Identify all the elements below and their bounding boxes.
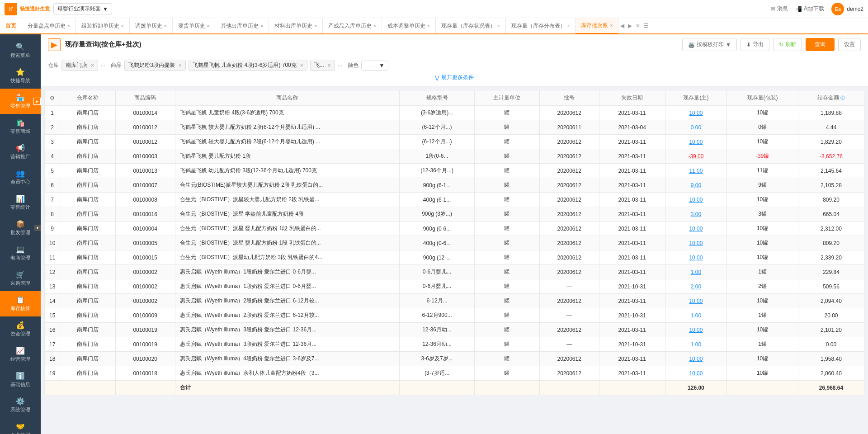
- sidebar-item-finance[interactable]: 💰 资金管理: [0, 316, 41, 342]
- query-btn[interactable]: 查询: [806, 38, 835, 51]
- tab-close-all[interactable]: ✕: [634, 23, 642, 29]
- row-qty-main[interactable]: 10.00: [665, 236, 727, 250]
- settings-btn[interactable]: 设置: [838, 38, 861, 51]
- row-no: 17: [45, 337, 60, 352]
- info-icon[interactable]: ⓘ: [840, 95, 845, 100]
- expand-filters-btn[interactable]: ⋁ 展开更多条件: [48, 74, 861, 81]
- sidebar-item-quick[interactable]: ⭐ 快捷导航: [0, 63, 41, 89]
- refresh-btn[interactable]: ↻ 刷新: [773, 38, 802, 51]
- sidebar-item-system[interactable]: ⚙️ 系统管理: [0, 392, 41, 418]
- row-qty-main[interactable]: 10.00: [665, 352, 727, 366]
- collapse-btn[interactable]: ▶: [48, 38, 61, 51]
- row-qty-main[interactable]: 3.00: [665, 207, 727, 222]
- close-icon[interactable]: ×: [121, 24, 124, 28]
- tab-1[interactable]: 分量盘点单历史 ×: [22, 18, 76, 34]
- tab-menu[interactable]: ☰: [642, 23, 651, 29]
- color-select[interactable]: ▼: [361, 61, 389, 71]
- row-qty-main[interactable]: 0.00: [665, 120, 727, 135]
- row-qty-main[interactable]: 1.00: [665, 265, 727, 279]
- sidebar-item-business[interactable]: 📈 经营管理: [0, 342, 41, 367]
- sidebar-item-search[interactable]: 🔍 搜索菜单: [0, 38, 41, 63]
- row-qty-main[interactable]: 10.00: [665, 366, 727, 381]
- table-footer: 合计 126.00 26,968.64: [45, 381, 864, 395]
- tab-prev[interactable]: ◀: [618, 23, 626, 29]
- row-code: 00100012: [115, 120, 175, 135]
- tab-7[interactable]: 产成品入库单历史 ×: [323, 18, 382, 34]
- goods-tag-2[interactable]: 飞鹤星飞帆 儿童奶粉 4段(3-6岁适用) 700克 ×: [189, 60, 307, 71]
- user-area[interactable]: Ea demo2: [831, 3, 863, 15]
- row-amount: -3,652.76: [798, 149, 864, 164]
- row-qty-main[interactable]: 9.00: [665, 178, 727, 193]
- tab-9[interactable]: 现存量（库存状况表） ×: [436, 18, 506, 34]
- template-print-btn[interactable]: 🖨️ 按模板打印 ▼: [682, 38, 737, 51]
- tab-10[interactable]: 现存量（库存分布表） ×: [506, 18, 576, 34]
- row-unit: 罐: [475, 352, 540, 366]
- row-warehouse: 南库门店: [60, 337, 115, 352]
- color-label: 颜色: [348, 61, 359, 69]
- main-content: ▶ 现存量查询(按仓库+批次) 🖨️ 按模板打印 ▼ ⬇ 导出 ↻ 刷新: [41, 34, 868, 434]
- sidebar-item-wholesale[interactable]: ▼ 📦 批发管理: [0, 215, 41, 241]
- goods-label: 商品: [111, 61, 122, 69]
- remove-warehouse-icon[interactable]: ×: [91, 62, 94, 69]
- row-amount: 1,958.40: [798, 352, 864, 366]
- row-qty-main[interactable]: 1.00: [665, 337, 727, 352]
- close-icon[interactable]: ×: [427, 24, 430, 28]
- export-btn[interactable]: ⬇ 导出: [741, 38, 769, 51]
- row-qty-main[interactable]: 1.00: [665, 308, 727, 323]
- tab-4[interactable]: 要货单历史 ×: [173, 18, 216, 34]
- tab-6[interactable]: 材料出库单历史 ×: [269, 18, 323, 34]
- row-qty-main[interactable]: -39.00: [665, 149, 727, 164]
- close-icon[interactable]: ×: [164, 24, 167, 28]
- row-qty-main[interactable]: 10.00: [665, 106, 727, 120]
- data-table: ⚙ 仓库名称 商品编码 商品名称 规格型号 主计量单位 批号 失效日期 现存量(…: [44, 90, 864, 395]
- row-qty-main[interactable]: 10.00: [665, 135, 727, 149]
- close-icon[interactable]: ×: [610, 23, 613, 28]
- close-icon[interactable]: ×: [314, 24, 317, 28]
- tab-3[interactable]: 调拨单历史 ×: [130, 18, 173, 34]
- remove-goods2-icon[interactable]: ×: [300, 62, 303, 69]
- row-qty-main[interactable]: 10.00: [665, 294, 727, 308]
- warehouse-ellipsis[interactable]: ···: [101, 62, 105, 69]
- remove-goods1-icon[interactable]: ×: [179, 62, 182, 69]
- app-download-btn[interactable]: 📲 App下载: [795, 5, 824, 13]
- row-qty-main[interactable]: 11.00: [665, 164, 727, 178]
- tab-8[interactable]: 成本调整单历史 ×: [382, 18, 436, 34]
- row-qty-main[interactable]: 10.00: [665, 250, 727, 265]
- row-qty-main[interactable]: 2.00: [665, 279, 727, 294]
- sidebar-item-inventory[interactable]: 📋 库存核算: [0, 291, 41, 316]
- sidebar-item-retail-stats[interactable]: 📊 零售统计: [0, 190, 41, 215]
- goods-tag-1[interactable]: 飞鹤奶粉3段丙提装 ×: [124, 60, 186, 71]
- table-row: 16 南库门店 00100019 惠氏启赋（Wyeth illuma）3段奶粉 …: [45, 323, 864, 337]
- sidebar-item-collab[interactable]: 🤝 企业协同: [0, 418, 41, 434]
- sidebar-item-shop[interactable]: 🛍️ 零售商城: [0, 114, 41, 139]
- row-qty-main[interactable]: 10.00: [665, 323, 727, 337]
- sidebar-item-basic[interactable]: ℹ️ 基础信息: [0, 367, 41, 392]
- sidebar-item-marketing[interactable]: 📢 营销推广: [0, 139, 41, 165]
- tab-home[interactable]: 首页: [0, 18, 22, 34]
- tab-2[interactable]: 组装拆卸单历史 ×: [76, 18, 130, 34]
- row-amount: 229.84: [798, 265, 864, 279]
- goods-tag-3[interactable]: 飞... ×: [310, 60, 335, 71]
- col-settings[interactable]: ⚙: [45, 90, 60, 106]
- close-icon[interactable]: ×: [207, 24, 210, 28]
- account-dropdown[interactable]: 母婴行业演示账套 ▼: [53, 3, 112, 14]
- tab-next[interactable]: ▶: [626, 23, 634, 29]
- tab-5[interactable]: 其他出库单历史 ×: [215, 18, 269, 34]
- goods-ellipsis[interactable]: ···: [338, 62, 342, 69]
- close-icon[interactable]: ×: [260, 24, 263, 28]
- close-icon[interactable]: ×: [373, 24, 376, 28]
- warehouse-tag[interactable]: 南库门店 ×: [61, 60, 98, 71]
- close-icon[interactable]: ×: [67, 24, 70, 28]
- row-qty-main[interactable]: 10.00: [665, 193, 727, 207]
- sidebar-item-ecom[interactable]: 💻 电商管理: [0, 241, 41, 266]
- close-icon[interactable]: ×: [497, 24, 500, 28]
- sidebar-item-purchase[interactable]: 🛒 采购管理: [0, 266, 41, 291]
- close-icon[interactable]: ×: [567, 24, 570, 28]
- sidebar-item-member[interactable]: 👥 会员中心: [0, 165, 41, 190]
- message-btn[interactable]: ✉ 消息: [771, 5, 788, 13]
- row-expire: 2021-03-11: [599, 207, 665, 222]
- sidebar-item-retail-mgmt[interactable]: ▶ 🏪 零售管理: [0, 89, 41, 114]
- tab-active[interactable]: 库存批次账 ×: [576, 18, 618, 34]
- row-qty-main[interactable]: 10.00: [665, 222, 727, 236]
- remove-goods3-icon[interactable]: ×: [328, 62, 331, 69]
